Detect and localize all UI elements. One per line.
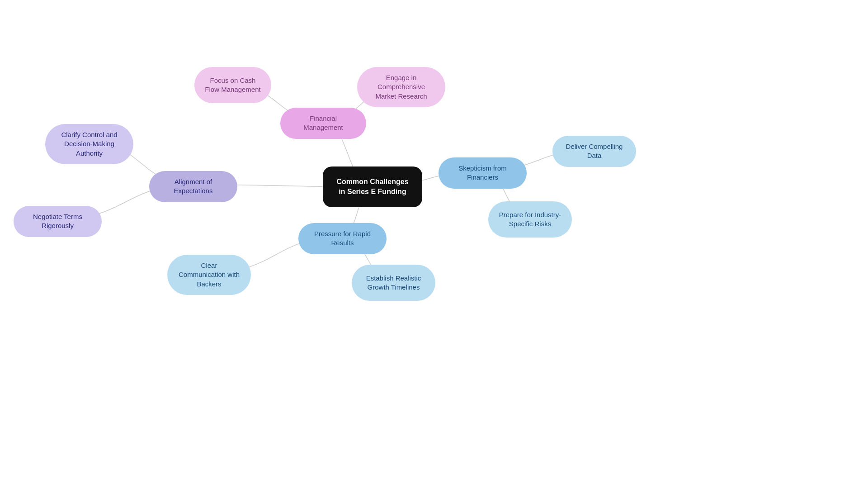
node-label-pressure-rapid: Pressure for Rapid Results [308, 229, 377, 248]
node-pressure-rapid: Pressure for Rapid Results [298, 223, 387, 254]
node-label-clarify-control: Clarify Control and Decision-Making Auth… [55, 130, 123, 158]
node-center: Common Challenges in Series E Funding [323, 167, 422, 207]
node-clarify-control: Clarify Control and Decision-Making Auth… [45, 124, 133, 164]
node-label-clear-communication: Clear Communication with Backers [177, 261, 241, 289]
node-label-center: Common Challenges in Series E Funding [333, 177, 412, 196]
node-focus-cash-flow: Focus on Cash Flow Management [194, 67, 271, 103]
node-alignment-expectations: Alignment of Expectations [149, 171, 237, 202]
node-engage-market-research: Engage in Comprehensive Market Research [357, 67, 445, 107]
node-negotiate-terms: Negotiate Terms Rigorously [14, 206, 102, 237]
node-deliver-compelling: Deliver Compelling Data [552, 136, 636, 167]
node-financial-management: Financial Management [280, 108, 366, 139]
node-clear-communication: Clear Communication with Backers [167, 255, 251, 295]
node-label-establish-timelines: Establish Realistic Growth Timelines [362, 274, 425, 292]
node-label-financial-management: Financial Management [290, 114, 356, 133]
mindmap-canvas: Common Challenges in Series E FundingFin… [0, 0, 868, 490]
node-label-skepticism-financiers: Skepticism from Financiers [448, 164, 517, 182]
node-establish-timelines: Establish Realistic Growth Timelines [352, 265, 435, 301]
node-label-focus-cash-flow: Focus on Cash Flow Management [204, 76, 261, 95]
node-skepticism-financiers: Skepticism from Financiers [439, 157, 527, 189]
node-prepare-industry: Prepare for Industry-Specific Risks [488, 201, 572, 238]
node-label-alignment-expectations: Alignment of Expectations [159, 177, 227, 196]
node-label-negotiate-terms: Negotiate Terms Rigorously [24, 212, 92, 231]
node-label-prepare-industry: Prepare for Industry-Specific Risks [498, 210, 562, 229]
node-label-deliver-compelling: Deliver Compelling Data [562, 142, 626, 161]
node-label-engage-market-research: Engage in Comprehensive Market Research [367, 73, 435, 101]
